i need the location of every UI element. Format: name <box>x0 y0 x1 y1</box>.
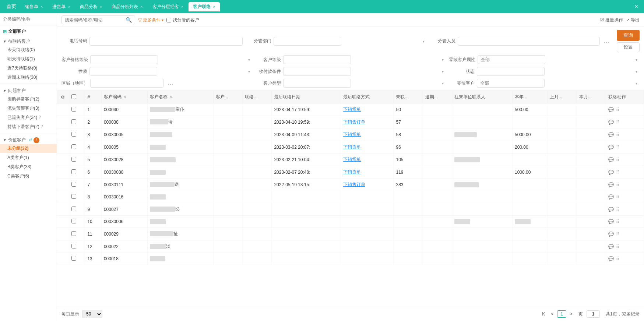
phone-input[interactable] <box>89 37 243 46</box>
row-action[interactable]: 💬 ⠿ <box>606 216 644 228</box>
close-product-analysis-tab[interactable]: × <box>100 4 102 9</box>
sidebar-item-overdue-pending[interactable]: 逾期未联络(30) <box>0 73 57 82</box>
contact-icon[interactable]: 💬 <box>608 107 614 112</box>
sidebar-item-today-pending[interactable]: 今天待联络(0) <box>0 45 57 54</box>
row-select-checkbox[interactable] <box>71 207 76 211</box>
search-icon[interactable]: 🔍 <box>126 17 132 23</box>
region-more-icon[interactable]: … <box>166 80 175 87</box>
more-action-icon[interactable]: ⠿ <box>616 219 619 224</box>
nav-tab-product-analysis-list[interactable]: 商品分析列表 × <box>107 2 147 11</box>
row-checkbox[interactable] <box>69 141 85 154</box>
row-select-checkbox[interactable] <box>71 231 76 236</box>
contact-icon[interactable]: 💬 <box>608 244 614 249</box>
row-action[interactable]: 💬 ⠿ <box>606 154 644 166</box>
sidebar-group-value[interactable]: ▼ 价值客户 ↺ ! <box>0 135 57 144</box>
page-next-btn[interactable]: > <box>568 311 575 317</box>
page-jump-input[interactable] <box>587 310 600 318</box>
sidebar-all-customers[interactable]: ⊞ 全部客户 <box>0 25 57 36</box>
more-action-icon[interactable]: ⠿ <box>616 207 619 212</box>
more-action-icon[interactable]: ⠿ <box>616 132 619 137</box>
gender-input[interactable] <box>89 67 157 76</box>
more-action-icon[interactable]: ⠿ <box>616 120 619 125</box>
region-input[interactable] <box>90 79 164 88</box>
nav-tab-customer-tier[interactable]: 客户分层经客 × <box>148 2 188 11</box>
sidebar-item-class-c[interactable]: C类客户(6) <box>0 172 57 181</box>
contact-icon[interactable]: 💬 <box>608 170 614 175</box>
row-action[interactable]: 💬 ⠿ <box>606 228 644 240</box>
row-last-method[interactable] <box>341 253 394 265</box>
nav-tab-customer-contact[interactable]: 客户联络 × <box>189 2 219 11</box>
contact-icon[interactable]: 💬 <box>608 145 614 150</box>
more-action-icon[interactable]: ⠿ <box>616 232 619 237</box>
row-select-checkbox[interactable] <box>71 194 76 199</box>
close-sales-tab[interactable]: × <box>41 4 43 9</box>
checkbox-col-header[interactable] <box>69 91 85 103</box>
contact-icon[interactable]: 💬 <box>608 194 614 200</box>
more-action-icon[interactable]: ⠿ <box>616 170 619 175</box>
row-select-checkbox[interactable] <box>71 219 76 223</box>
row-action[interactable]: 💬 ⠿ <box>606 116 644 128</box>
row-select-checkbox[interactable] <box>71 132 76 137</box>
row-checkbox[interactable] <box>69 166 85 179</box>
contact-icon[interactable]: 💬 <box>608 182 614 187</box>
price-level-input[interactable] <box>90 55 158 64</box>
row-checkbox[interactable] <box>69 216 85 228</box>
more-action-icon[interactable]: ⠿ <box>616 244 619 249</box>
row-select-checkbox[interactable] <box>71 256 76 261</box>
contact-icon[interactable]: 💬 <box>608 256 614 261</box>
sidebar-item-declining[interactable]: 持续下滑客户(2) ? <box>0 122 57 131</box>
more-action-icon[interactable]: ⠿ <box>616 145 619 150</box>
contact-icon[interactable]: 💬 <box>608 207 614 212</box>
sidebar-item-tomorrow-pending[interactable]: 明天待联络(1) <box>0 54 57 64</box>
row-action[interactable]: 💬 ⠿ <box>606 103 644 116</box>
sidebar-item-churned[interactable]: 已流失客户(24) ? <box>0 113 57 122</box>
status-input[interactable] <box>477 67 545 76</box>
contact-icon[interactable]: 💬 <box>608 232 614 237</box>
row-last-method[interactable]: 下销货单 <box>341 166 394 179</box>
contact-icon[interactable]: 💬 <box>608 219 614 224</box>
nav-tab-product-analysis[interactable]: 商品分析 × <box>75 2 106 11</box>
customer-type-input[interactable] <box>283 79 351 88</box>
contact-icon[interactable]: 💬 <box>608 132 614 137</box>
sidebar-item-7days-pending[interactable]: 近7天待联络(0) <box>0 64 57 73</box>
sidebar-group-problem[interactable]: ▼ 问题客户 <box>0 85 57 95</box>
row-checkbox[interactable] <box>69 240 85 253</box>
person-input[interactable] <box>458 37 600 46</box>
current-page[interactable]: 1 <box>557 310 566 318</box>
row-action[interactable]: 💬 ⠿ <box>606 166 644 179</box>
row-last-method[interactable] <box>341 228 394 240</box>
contact-icon[interactable]: 💬 <box>608 157 614 162</box>
close-product-list-tab[interactable]: × <box>140 4 142 9</box>
row-checkbox[interactable] <box>69 191 85 203</box>
export-btn[interactable]: ↗ 导出 <box>626 17 640 23</box>
nav-home[interactable]: 首页 <box>3 2 20 11</box>
row-checkbox[interactable] <box>69 203 85 216</box>
col-code[interactable]: 客户编码 ⇅ <box>101 91 148 103</box>
row-checkbox[interactable] <box>69 179 85 191</box>
more-action-icon[interactable]: ⠿ <box>616 107 619 112</box>
settings-col-header[interactable]: ⚙ <box>57 91 69 103</box>
sidebar-search-input[interactable] <box>3 17 57 22</box>
row-select-checkbox[interactable] <box>71 107 76 112</box>
row-checkbox[interactable] <box>69 228 85 240</box>
zero-customer-input[interactable] <box>477 79 545 88</box>
row-action[interactable]: 💬 ⠿ <box>606 128 644 141</box>
row-select-checkbox[interactable] <box>71 182 76 187</box>
close-purchase-tab[interactable]: × <box>68 4 70 9</box>
row-last-method[interactable]: 下销售订单 <box>341 179 394 191</box>
row-checkbox[interactable] <box>69 154 85 166</box>
row-last-method[interactable] <box>341 203 394 216</box>
row-last-method[interactable]: 下销售订单 <box>341 116 394 128</box>
refresh-icon[interactable]: ↺ <box>29 138 32 142</box>
sidebar-group-pending[interactable]: ▼ 待联络客户 <box>0 36 57 45</box>
sidebar-item-class-a[interactable]: A类客户(1) <box>0 153 57 162</box>
row-action[interactable]: 💬 ⠿ <box>606 253 644 265</box>
row-last-method[interactable]: 下销货单 <box>341 128 394 141</box>
payment-input[interactable] <box>283 67 351 76</box>
customer-level-input[interactable] <box>283 55 351 64</box>
row-select-checkbox[interactable] <box>71 244 76 248</box>
row-select-checkbox[interactable] <box>71 157 76 162</box>
more-action-icon[interactable]: ⠿ <box>616 182 619 187</box>
close-customer-tier-tab[interactable]: × <box>181 4 183 9</box>
more-conditions-btn[interactable]: ▽ 更多条件 ▾ <box>138 17 163 23</box>
